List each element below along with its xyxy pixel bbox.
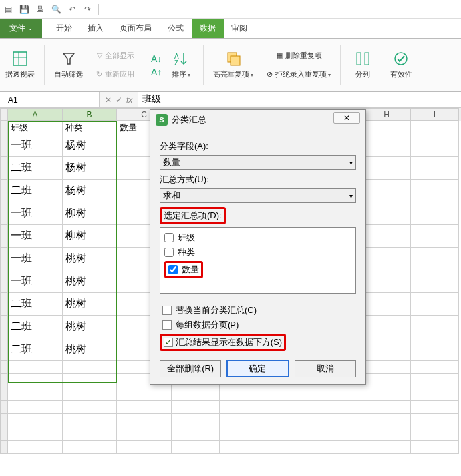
cell[interactable] (363, 361, 411, 374)
cell[interactable] (363, 387, 411, 401)
file-menu[interactable]: 文件 ⌄ (0, 19, 42, 38)
tab-data[interactable]: 数据 (192, 19, 224, 38)
cell[interactable] (411, 374, 459, 387)
cell[interactable]: 桃树 (63, 270, 117, 293)
col-header-A[interactable]: A (8, 108, 63, 121)
cell[interactable] (117, 441, 172, 454)
row-header[interactable] (0, 121, 8, 134)
cell[interactable] (117, 414, 172, 427)
cell[interactable] (411, 387, 459, 401)
cell[interactable]: 二班 (8, 157, 63, 180)
ok-button[interactable]: 确定 (226, 360, 289, 377)
cell[interactable] (63, 374, 117, 387)
cell[interactable] (267, 401, 315, 414)
reject-dup-button[interactable]: ⊘ 拒绝录入重复项 (263, 66, 335, 83)
cell[interactable] (363, 202, 411, 225)
cell[interactable] (117, 427, 172, 441)
cell[interactable] (267, 441, 315, 454)
cell[interactable] (63, 361, 117, 374)
cell[interactable] (315, 441, 363, 454)
sort-asc-icon[interactable]: A↓ (151, 53, 162, 64)
undo-icon[interactable]: ↶ (67, 4, 77, 15)
cell[interactable] (220, 427, 267, 441)
item-checkbox[interactable]: 班级 (162, 230, 354, 245)
row-header[interactable] (0, 293, 8, 316)
cell[interactable] (8, 361, 63, 374)
cell[interactable] (315, 401, 363, 414)
cell[interactable]: 一班 (8, 134, 63, 157)
row-header[interactable] (0, 374, 8, 387)
cell[interactable] (363, 121, 411, 134)
print-icon[interactable]: 🖶 (35, 4, 45, 15)
cell[interactable] (411, 202, 459, 225)
cell[interactable] (411, 316, 459, 338)
cell[interactable] (363, 134, 411, 157)
col-header-H[interactable]: H (363, 108, 411, 121)
method-select[interactable]: 求和 (160, 188, 356, 203)
cell[interactable]: 二班 (8, 293, 63, 316)
cell[interactable] (117, 401, 172, 414)
cell[interactable] (411, 361, 459, 374)
cancel-icon[interactable]: ✕ (105, 95, 112, 105)
item-checkbox[interactable]: 种类 (162, 245, 354, 260)
cell[interactable] (363, 338, 411, 361)
cell[interactable] (220, 401, 267, 414)
checkbox[interactable] (162, 306, 172, 315)
cell[interactable] (267, 387, 315, 401)
replace-checkbox[interactable]: 替换当前分类汇总(C) (160, 303, 356, 318)
cell[interactable] (63, 441, 117, 454)
cell[interactable] (411, 338, 459, 361)
cell[interactable] (363, 374, 411, 387)
remove-dup-button[interactable]: ▦ 删除重复项 (263, 47, 335, 65)
cell[interactable] (411, 293, 459, 316)
cell[interactable] (172, 387, 220, 401)
checkbox[interactable] (164, 338, 173, 347)
cell[interactable] (363, 248, 411, 270)
row-header[interactable] (0, 248, 8, 270)
tab-insert[interactable]: 插入 (80, 19, 112, 38)
validation-button[interactable]: 有效性 (384, 41, 418, 89)
cell[interactable] (220, 387, 267, 401)
cell[interactable]: 种类 (63, 121, 117, 134)
pagebreak-checkbox[interactable]: 每组数据分页(P) (160, 318, 356, 332)
row-header[interactable] (0, 134, 8, 157)
cell[interactable] (363, 157, 411, 180)
cancel-button[interactable]: 取消 (295, 360, 356, 377)
checkbox[interactable] (164, 233, 174, 242)
cell[interactable] (411, 180, 459, 202)
cell[interactable] (315, 414, 363, 427)
cell[interactable] (363, 225, 411, 248)
cell[interactable] (411, 121, 459, 134)
cell[interactable] (363, 401, 411, 414)
checkbox[interactable] (162, 320, 172, 330)
cell[interactable] (267, 427, 315, 441)
cell[interactable] (411, 414, 459, 427)
col-header-B[interactable]: B (63, 108, 117, 121)
cell[interactable] (172, 401, 220, 414)
cell[interactable] (363, 427, 411, 441)
col-header-I[interactable]: I (411, 108, 459, 121)
fx-icon[interactable]: fx (126, 95, 132, 105)
cell[interactable] (363, 180, 411, 202)
cell[interactable]: 桃树 (63, 248, 117, 270)
redo-icon[interactable]: ↷ (82, 4, 93, 15)
cell[interactable] (411, 157, 459, 180)
row-header[interactable] (0, 441, 8, 454)
cell[interactable]: 柳树 (63, 202, 117, 225)
cell[interactable] (411, 270, 459, 293)
cell[interactable]: 一班 (8, 270, 63, 293)
save-icon[interactable]: 💾 (19, 4, 29, 15)
cell[interactable]: 桃树 (63, 338, 117, 361)
name-box[interactable]: A1 (0, 92, 100, 107)
row-header[interactable] (0, 180, 8, 202)
text-to-columns-button[interactable]: 分列 (346, 41, 379, 89)
cell[interactable]: 柳树 (63, 225, 117, 248)
cell[interactable]: 一班 (8, 248, 63, 270)
cell[interactable] (363, 293, 411, 316)
cell[interactable] (411, 427, 459, 441)
cell[interactable] (411, 134, 459, 157)
sort-desc-icon[interactable]: A↑ (151, 67, 162, 77)
cell[interactable] (267, 414, 315, 427)
tab-review[interactable]: 审阅 (224, 19, 255, 38)
pivot-table-button[interactable]: 据透视表 (1, 41, 39, 89)
